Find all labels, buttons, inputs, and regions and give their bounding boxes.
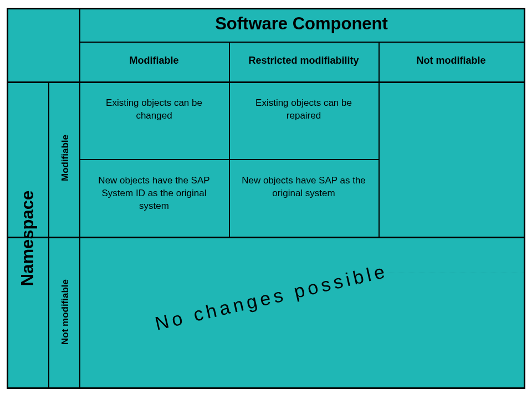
- dotted-guide: [378, 273, 524, 273]
- diagram-frame: Software Component Modifiable Restricted…: [0, 0, 532, 399]
- hline-col-title-bottom: [79, 42, 524, 43]
- row-header-modifiable: Modifiable: [60, 111, 71, 205]
- col-axis-title: Software Component: [79, 14, 524, 34]
- col-header-notmod: Not modifiable: [378, 55, 524, 66]
- hline-body-row-split: [8, 237, 524, 238]
- hline-body-mid: [79, 159, 378, 160]
- matrix-grid: Software Component Modifiable Restricted…: [7, 8, 525, 389]
- col-header-modifiable: Modifiable: [79, 55, 229, 66]
- cell-mod-rest-bottom: New objects have SAP as the original sys…: [240, 175, 367, 200]
- cell-mod-rest-top: Existing objects can be repaired: [240, 97, 367, 122]
- overlay-no-changes: No changes possible: [153, 260, 390, 335]
- hline-body-top: [8, 81, 524, 83]
- col-header-restricted: Restricted modifiability: [229, 55, 378, 66]
- vline-row-axis-title: [48, 81, 49, 387]
- vline-body-2: [378, 81, 380, 237]
- cell-mod-mod-top: Existing objects can be changed: [90, 97, 218, 122]
- row-header-notmod: Not modifiable: [60, 265, 71, 359]
- cell-mod-mod-bottom: New objects have the SAP System ID as th…: [90, 175, 218, 213]
- row-axis-title: Namespace: [18, 136, 38, 341]
